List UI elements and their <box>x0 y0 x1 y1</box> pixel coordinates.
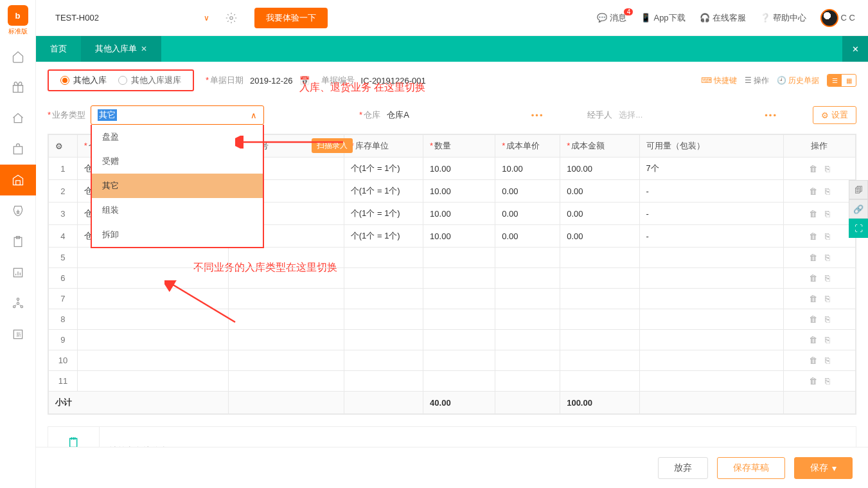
business-mode-radio-group: 其他入库 其他入库退库 <box>48 69 194 91</box>
float-expand-icon[interactable]: ⛶ <box>849 219 868 238</box>
delete-icon[interactable]: 🗑 <box>809 253 817 262</box>
scan-input-button[interactable]: 扫描录入 <box>312 138 353 153</box>
save-button[interactable]: 保存▾ <box>794 457 853 479</box>
top-header: TEST-H002 ∨ 我要体验一下 💬 消息 4 📱App下载 🎧在线客服 ❔… <box>36 0 868 36</box>
svg-point-6 <box>17 302 19 304</box>
calendar-icon[interactable]: 📅 <box>299 76 310 86</box>
delete-icon[interactable]: 🗑 <box>809 186 817 196</box>
tab-other-inbound[interactable]: 其他入库单 ✕ <box>81 36 161 62</box>
table-row[interactable]: 8 🗑⎘ <box>49 309 856 330</box>
copy-icon[interactable]: ⎘ <box>825 335 830 345</box>
delete-icon[interactable]: 🗑 <box>809 335 817 345</box>
table-row[interactable]: 10 🗑⎘ <box>49 350 856 371</box>
doc-no-field: 单据编号 IC-20191226-001 <box>321 75 426 86</box>
messages-badge: 4 <box>624 8 633 15</box>
close-all-tabs[interactable]: ✕ <box>842 36 868 62</box>
page-tabs: 首页 其他入库单 ✕ ✕ <box>36 36 868 62</box>
history-link[interactable]: 🕘历史单据 <box>777 75 819 86</box>
float-note-icon[interactable]: 🗐 <box>849 180 868 199</box>
help-center-link[interactable]: ❔帮助中心 <box>760 12 806 24</box>
right-float-toolbar: 🗐 🔗 ⛶ <box>849 180 868 238</box>
nav-new[interactable]: 新 <box>0 319 36 350</box>
dropdown-item[interactable]: 组装 <box>92 198 263 222</box>
delete-icon[interactable]: 🗑 <box>809 314 817 324</box>
online-service-link[interactable]: 🎧在线客服 <box>700 12 746 24</box>
col-available: 可用量（包装） <box>639 135 783 158</box>
nav-bag[interactable] <box>0 134 36 165</box>
nav-money[interactable] <box>0 195 36 226</box>
delete-icon[interactable]: 🗑 <box>809 356 817 365</box>
close-icon[interactable]: ✕ <box>141 44 147 53</box>
table-row[interactable]: 5 🗑⎘ <box>49 248 856 268</box>
company-selector[interactable]: TEST-H002 ∨ <box>49 8 216 28</box>
delete-icon[interactable]: 🗑 <box>809 294 817 303</box>
col-qty: 数量 <box>423 135 495 158</box>
nav-home[interactable] <box>0 41 36 72</box>
nav-warehouse[interactable] <box>0 165 36 195</box>
col-cost-price: 成本单价 <box>495 135 560 158</box>
table-row[interactable]: 6 🗑⎘ <box>49 268 856 289</box>
messages-link[interactable]: 💬 消息 4 <box>597 12 626 24</box>
radio-dot-icon <box>118 76 127 85</box>
table-row[interactable]: 7 🗑⎘ <box>49 289 856 309</box>
save-draft-button[interactable]: 保存草稿 <box>717 457 785 479</box>
delete-icon[interactable]: 🗑 <box>809 164 817 174</box>
footer-actions: 放弃 保存草稿 保存▾ <box>36 447 868 488</box>
subtotal-qty: 40.00 <box>423 392 495 414</box>
nav-house[interactable] <box>0 103 36 134</box>
warehouse-more-icon[interactable]: ••• <box>531 111 544 120</box>
delete-icon[interactable]: 🗑 <box>809 376 817 386</box>
view-list-icon[interactable]: ☰ <box>828 75 842 86</box>
operate-link[interactable]: ☰操作 <box>745 75 769 86</box>
handler-select[interactable]: 选择... <box>619 109 642 121</box>
dropdown-item[interactable]: 盘盈 <box>92 125 263 149</box>
copy-icon[interactable]: ⎘ <box>825 376 830 386</box>
biz-type-label: 业务类型 <box>48 109 85 121</box>
dropdown-item[interactable]: 其它 <box>92 174 263 198</box>
app-download-link[interactable]: 📱App下载 <box>641 12 685 24</box>
view-grid-icon[interactable]: ▦ <box>842 75 856 86</box>
biz-type-select[interactable]: 其它 ∧ <box>91 105 264 125</box>
delete-icon[interactable]: 🗑 <box>809 209 817 219</box>
dropdown-item[interactable]: 受赠 <box>92 149 263 174</box>
svg-point-8 <box>21 305 22 307</box>
view-toggle[interactable]: ☰ ▦ <box>827 74 856 87</box>
copy-icon[interactable]: ⎘ <box>825 253 830 262</box>
remarks-input[interactable] <box>100 427 856 447</box>
warehouse-value[interactable]: 仓库A <box>387 109 409 121</box>
table-row[interactable]: 11 🗑⎘ <box>49 371 856 392</box>
table-row[interactable]: 9 🗑⎘ <box>49 330 856 350</box>
copy-icon[interactable]: ⎘ <box>825 186 830 196</box>
nav-clipboard[interactable] <box>0 226 36 257</box>
dropdown-item[interactable]: 拆卸 <box>92 222 263 247</box>
shortcut-link[interactable]: ⌨快捷键 <box>701 75 737 86</box>
copy-icon[interactable]: ⎘ <box>825 209 830 219</box>
copy-icon[interactable]: ⎘ <box>825 231 830 241</box>
handler-more-icon[interactable]: ••• <box>765 111 777 120</box>
svg-point-9 <box>17 298 19 300</box>
copy-icon[interactable]: ⎘ <box>825 164 830 174</box>
copy-icon[interactable]: ⎘ <box>825 273 830 283</box>
headset-icon: 🎧 <box>700 13 710 23</box>
try-button[interactable]: 我要体验一下 <box>254 8 328 28</box>
float-link-icon[interactable]: 🔗 <box>849 199 868 219</box>
settings-icon[interactable] <box>221 8 242 28</box>
col-cost-amount: 成本金额 <box>560 135 639 158</box>
col-operations: 操作 <box>783 135 855 158</box>
subtotal-amount: 100.00 <box>560 392 639 414</box>
delete-icon[interactable]: 🗑 <box>809 231 817 241</box>
discard-button[interactable]: 放弃 <box>658 457 708 479</box>
delete-icon[interactable]: 🗑 <box>809 273 817 283</box>
settings-button[interactable]: ⚙ 设置 <box>813 106 856 124</box>
nav-report[interactable] <box>0 257 36 288</box>
radio-other-inbound[interactable]: 其他入库 <box>60 75 107 86</box>
radio-other-inbound-return[interactable]: 其他入库退库 <box>118 75 181 86</box>
tab-home[interactable]: 首页 <box>36 36 81 62</box>
copy-icon[interactable]: ⎘ <box>825 356 830 365</box>
copy-icon[interactable]: ⎘ <box>825 314 830 324</box>
nav-gift[interactable] <box>0 72 36 103</box>
user-menu[interactable]: C C <box>820 9 855 27</box>
table-settings-icon[interactable]: ⚙ <box>49 135 78 158</box>
nav-app[interactable] <box>0 288 36 319</box>
copy-icon[interactable]: ⎘ <box>825 294 830 303</box>
